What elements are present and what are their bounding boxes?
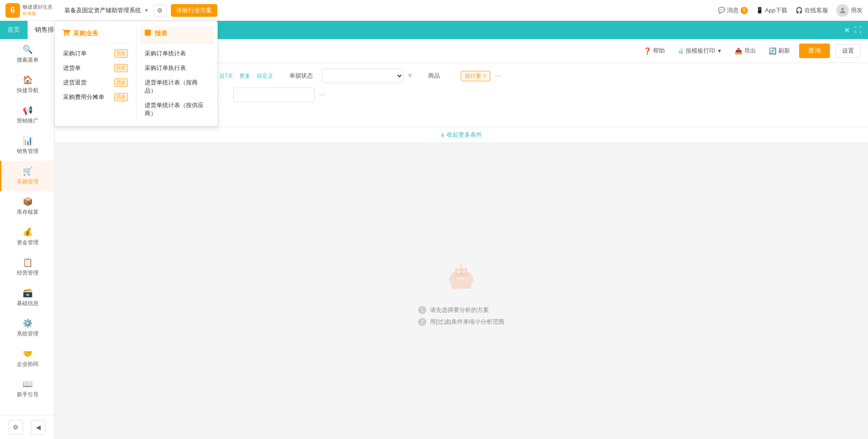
sidebar-item-enterprise[interactable]: 🤝 企业协同 — [0, 343, 54, 374]
svg-point-10 — [64, 35, 65, 36]
dropdown-item-order-exec[interactable]: 采购订单执行表 — [140, 61, 214, 75]
logo: 6 畅捷通好生意 标准版 — [5, 3, 60, 18]
sidebar-item-purchase[interactable]: 🛒 采购管理 — [0, 161, 54, 191]
sidebar-settings-btn[interactable]: ⚙ — [9, 420, 23, 434]
basic-icon: 🗃️ — [23, 288, 33, 298]
guide-icon: 📖 — [23, 379, 33, 389]
help-icon: ❓ — [644, 47, 651, 54]
help-label: 帮助 — [653, 47, 665, 55]
sidebar-item-search[interactable]: 🔍 搜索菜单 — [0, 39, 54, 69]
query-button[interactable]: 查询 — [799, 44, 830, 58]
status-select-wrapper: ▼ — [322, 69, 414, 83]
preset-custom[interactable]: 自定义 — [255, 71, 275, 81]
tip-text-2: 用[过滤]条件来缩小分析范围 — [430, 318, 504, 326]
status-label: 单据状态 — [289, 72, 317, 80]
sales-icon: 📊 — [23, 136, 33, 146]
system-name[interactable]: 装备及固定资产辅助管理系统 ▼ — [64, 6, 149, 15]
preset-more[interactable]: 更多 — [238, 71, 252, 81]
sidebar-item-marketing[interactable]: 📢 营销推广 — [0, 100, 54, 130]
purchase-icon: 🛒 — [23, 166, 33, 176]
sidebar-item-sales-label: 销售管理 — [17, 148, 39, 155]
sidebar-item-system-label: 系统管理 — [17, 330, 39, 338]
app-download-btn[interactable]: 📱 App下载 — [756, 6, 787, 15]
sidebar-item-operations[interactable]: 📋 经营管理 — [0, 252, 54, 282]
online-service-btn[interactable]: 🎧 在线客服 — [795, 6, 828, 15]
empty-tips: 1 请先选择要分析的方案 2 用[过滤]条件来缩小分析范围 — [418, 306, 504, 326]
purchase-order-badge: 历史 — [114, 49, 128, 58]
sidebar-collapse-btn[interactable]: ◀ — [31, 420, 45, 434]
capital-icon: 💰 — [23, 227, 33, 237]
tab-home[interactable]: 首页 — [0, 21, 28, 39]
search-icon: 🔍 — [23, 44, 33, 54]
sidebar-item-system[interactable]: ⚙️ 系统管理 — [0, 313, 54, 343]
expense-badge: 历史 — [114, 93, 128, 101]
print-button[interactable]: 🖨 按模板打印 ▼ — [674, 45, 726, 57]
export-button[interactable]: 📤 导出 — [731, 45, 760, 57]
goods-tag-close[interactable]: × — [483, 73, 486, 79]
reports-col-title: 报表 — [140, 27, 214, 44]
status-expand-icon: ▼ — [406, 72, 414, 80]
tab-home-label: 首页 — [7, 26, 20, 34]
logo-name: 畅捷通好生意 — [23, 4, 53, 10]
topbar-right: 💬 消息 9 📱 App下载 🎧 在线客服 用友 — [718, 4, 863, 17]
dropdown-item-return[interactable]: 进货退货 历史 — [59, 75, 132, 90]
goods-ellipsis[interactable]: ··· — [493, 72, 502, 80]
app-download-label: App下载 — [765, 6, 787, 15]
svg-rect-6 — [449, 276, 451, 283]
purchase-order-label: 采购订单 — [63, 49, 87, 58]
dropdown-item-receipt-supplier[interactable]: 进货单统计表（按供应商） — [140, 98, 214, 121]
reports-col-title-text: 报表 — [155, 30, 167, 38]
collapse-button[interactable]: ∧ 收起更多条件 — [54, 127, 868, 143]
dropdown-columns: 采购业务 采购订单 历史 进货单 历史 进货退货 历史 采购费用分摊单 历史 — [55, 27, 217, 121]
sidebar-item-operations-label: 经营管理 — [17, 269, 39, 277]
sidebar-item-marketing-label: 营销推广 — [17, 117, 39, 125]
svg-rect-7 — [471, 276, 473, 283]
return-label: 进货退货 — [63, 79, 87, 87]
sidebar-item-quicknav[interactable]: 🏠 快捷导航 — [0, 69, 54, 100]
user-label: 用友 — [851, 6, 863, 15]
message-icon: 💬 — [718, 7, 725, 14]
sidebar-item-basic[interactable]: 🗃️ 基础信息 — [0, 282, 54, 313]
sidebar-item-guide[interactable]: 📖 新手引导 — [0, 374, 54, 404]
user-btn[interactable]: 用友 — [836, 4, 863, 17]
svg-point-3 — [457, 271, 459, 273]
dropdown-item-order-stats[interactable]: 采购订单统计表 — [140, 46, 214, 61]
sidebar-item-sales[interactable]: 📊 销售管理 — [0, 130, 54, 161]
dropdown-item-receipt-goods[interactable]: 进货单统计表（按商品） — [140, 75, 214, 98]
dropdown-item-expense[interactable]: 采购费用分摊单 历史 — [59, 90, 132, 104]
purchase-col-icon — [62, 29, 70, 39]
preset-7days[interactable]: 近7天 — [218, 71, 235, 81]
sidebar-item-guide-label: 新手引导 — [17, 391, 39, 399]
salesperson-input[interactable] — [233, 88, 315, 102]
salesperson-ellipsis[interactable]: ··· — [317, 91, 327, 99]
order-exec-label: 采购订单执行表 — [145, 64, 186, 72]
sidebar-item-enterprise-label: 企业协同 — [17, 360, 39, 368]
settings-button[interactable]: 设置 — [835, 44, 861, 58]
salesperson-wrapper: ··· — [233, 88, 327, 102]
logo-icon: 6 — [5, 3, 20, 18]
collapse-arrow-icon: ∧ — [440, 132, 445, 138]
empty-tip-1: 1 请先选择要分析的方案 — [418, 306, 504, 314]
tip-num-2: 2 — [418, 318, 426, 326]
message-badge: 9 — [741, 7, 748, 14]
maximize-icon[interactable]: ⛶ — [854, 26, 862, 34]
help-button[interactable]: ❓ 帮助 — [640, 45, 668, 57]
message-btn[interactable]: 💬 消息 9 — [718, 6, 748, 15]
inventory-icon: 📦 — [23, 197, 33, 207]
system-icon: ⚙️ — [23, 318, 33, 328]
status-select[interactable] — [322, 69, 404, 83]
experience-button[interactable]: 体验行业方案 — [171, 4, 217, 17]
sidebar-item-capital[interactable]: 💰 资金管理 — [0, 222, 54, 252]
sidebar-item-inventory[interactable]: 📦 库存核算 — [0, 191, 54, 222]
svg-rect-2 — [455, 268, 468, 276]
marketing-icon: 📢 — [23, 105, 33, 115]
close-tab-icon[interactable]: ✕ — [844, 26, 850, 35]
settings-icon[interactable]: ⚙ — [154, 4, 166, 17]
refresh-button[interactable]: 🔄 刷新 — [765, 45, 794, 57]
online-service-label: 在线客服 — [805, 6, 828, 15]
dropdown-item-receipt[interactable]: 进货单 历史 — [59, 61, 132, 75]
home-icon: 🏠 — [23, 75, 33, 85]
logo-edition: 标准版 — [23, 10, 53, 17]
goods-tag: 设计素 × — [461, 71, 490, 81]
dropdown-item-purchase-order[interactable]: 采购订单 历史 — [59, 46, 132, 61]
